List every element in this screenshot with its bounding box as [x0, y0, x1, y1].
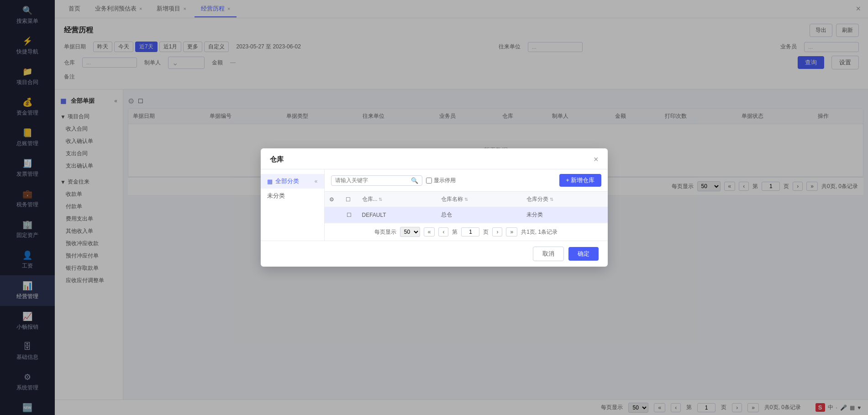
- modal-page-pre-label: 第: [452, 228, 458, 236]
- modal-per-page-label: 每页显示: [374, 228, 396, 236]
- modal-toolbar: 🔍 显示停用 + 新增仓库: [325, 169, 608, 192]
- modal-all-category[interactable]: ▦ 全部分类 «: [261, 174, 324, 189]
- category-grid-icon: ▦: [267, 178, 273, 185]
- modal-next-page[interactable]: ›: [492, 227, 502, 236]
- th-modal-settings: ⚙: [325, 192, 341, 207]
- modal-search-box[interactable]: 🔍: [331, 175, 422, 186]
- modal-page-label: 页: [483, 228, 489, 236]
- row-category: 未分类: [522, 207, 607, 223]
- row-checkbox[interactable]: ☐: [341, 207, 358, 223]
- row-settings-icon: [325, 207, 341, 223]
- cancel-button[interactable]: 取消: [533, 247, 564, 261]
- th-modal-name[interactable]: 仓库名称: [437, 192, 522, 207]
- add-warehouse-button[interactable]: + 新增仓库: [559, 174, 601, 187]
- warehouse-modal: 仓库 × ▦ 全部分类 « 未分类 🔍: [261, 148, 608, 267]
- modal-footer: 取消 确定: [261, 241, 608, 267]
- modal-search-input[interactable]: [335, 177, 411, 184]
- th-modal-code[interactable]: 仓库...: [358, 192, 437, 207]
- table-row[interactable]: ☐ DEFAULT 总仓 未分类: [325, 207, 608, 223]
- row-code: DEFAULT: [358, 207, 437, 223]
- modal-title: 仓库: [270, 155, 284, 164]
- modal-page-input[interactable]: [461, 227, 479, 236]
- row-name: 总仓: [437, 207, 522, 223]
- modal-search-icon[interactable]: 🔍: [411, 177, 418, 184]
- left-panel-collapse[interactable]: «: [315, 178, 318, 184]
- modal-header: 仓库 ×: [261, 148, 608, 169]
- all-category-label: 全部分类: [275, 177, 299, 185]
- modal-close-button[interactable]: ×: [594, 155, 599, 164]
- modal-warehouse-table: ⚙ ☐ 仓库... 仓库名称 仓库分类 ☐ DEFAULT: [325, 192, 608, 223]
- modal-last-page[interactable]: »: [506, 227, 517, 236]
- modal-prev-page[interactable]: ‹: [438, 227, 448, 236]
- confirm-button[interactable]: 确定: [568, 247, 599, 261]
- modal-right-panel: 🔍 显示停用 + 新增仓库 ⚙ ☐ 仓库...: [325, 169, 608, 241]
- modal-body: ▦ 全部分类 « 未分类 🔍 显示停用 + 新增仓库: [261, 169, 608, 241]
- show-disabled-input[interactable]: [426, 178, 432, 184]
- th-modal-category[interactable]: 仓库分类: [522, 192, 607, 207]
- show-disabled-checkbox[interactable]: 显示停用: [426, 177, 456, 184]
- modal-per-page-select[interactable]: 50: [400, 227, 420, 237]
- modal-first-page[interactable]: «: [424, 227, 435, 236]
- modal-left-panel: ▦ 全部分类 « 未分类: [261, 169, 325, 241]
- show-disabled-label: 显示停用: [434, 177, 456, 184]
- modal-overlay: 仓库 × ▦ 全部分类 « 未分类 🔍: [0, 0, 868, 415]
- th-modal-checkbox: ☐: [341, 192, 358, 207]
- modal-pagination: 每页显示 50 « ‹ 第 页 › » 共1页, 1条记录: [325, 223, 608, 241]
- unclassified-item[interactable]: 未分类: [261, 189, 324, 203]
- modal-table-container: ⚙ ☐ 仓库... 仓库名称 仓库分类 ☐ DEFAULT: [325, 192, 608, 223]
- modal-total-label: 共1页, 1条记录: [521, 228, 558, 236]
